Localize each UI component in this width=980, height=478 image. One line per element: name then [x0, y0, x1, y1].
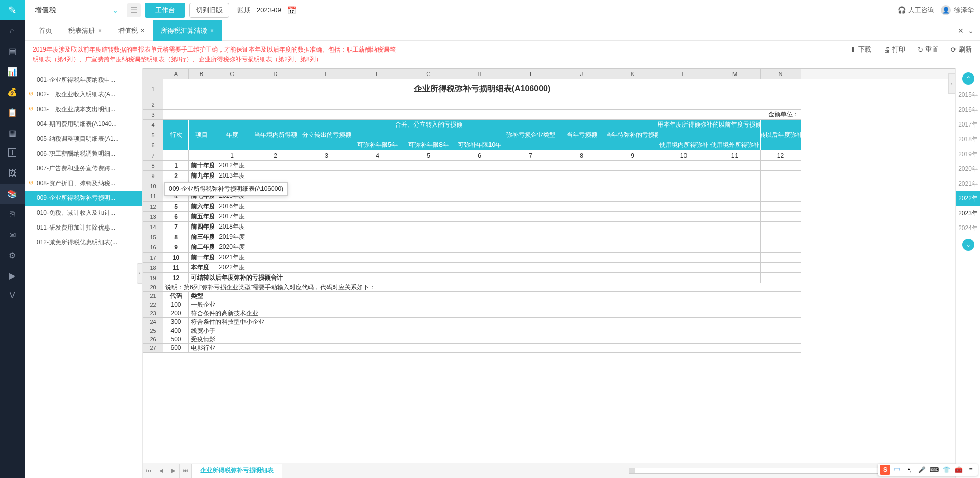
col-header-F[interactable]: F [352, 69, 403, 79]
row-header-13[interactable]: 13 [143, 212, 163, 222]
row-header-27[interactable]: 27 [143, 344, 163, 353]
sheet-tab-active[interactable]: 企业所得税弥补亏损明细表 [192, 464, 282, 478]
ime-skin-icon[interactable]: 👕 [941, 465, 951, 475]
form-item-0[interactable]: 001-企业所得税年度纳税申... [24, 72, 142, 87]
row-header-25[interactable]: 25 [143, 326, 163, 335]
row-header-5[interactable]: 5 [143, 130, 163, 140]
row-header-12[interactable]: 12 [143, 202, 163, 212]
form-item-3[interactable]: 004-期间费用明细表(A1040... [24, 117, 142, 132]
row-header-2[interactable]: 2 [143, 99, 163, 110]
row-header-6[interactable]: 6 [143, 140, 163, 150]
col-header-A[interactable]: A [163, 69, 189, 79]
form-item-9[interactable]: 010-免税、减计收入及加计... [24, 206, 142, 220]
form-item-11[interactable]: 012-减免所得税优惠明细表(... [24, 235, 142, 250]
year-2015年[interactable]: 2015年 [956, 88, 980, 103]
row-header-24[interactable]: 24 [143, 318, 163, 326]
nav-report-icon[interactable]: ▦ [0, 122, 24, 143]
tab-3[interactable]: 所得税汇算清缴× [153, 20, 222, 41]
year-2020年[interactable]: 2020年 [956, 162, 980, 177]
nav-video-icon[interactable]: ▶ [0, 265, 24, 286]
col-header-L[interactable]: L [658, 69, 709, 79]
ime-mic-icon[interactable]: 🎤 [917, 465, 927, 475]
tab-1[interactable]: 税表清册× [60, 20, 110, 41]
ime-toolbox-icon[interactable]: 🧰 [953, 465, 964, 475]
switch-old-button[interactable]: 切到旧版 [189, 3, 229, 18]
nav-chart-icon[interactable]: 📊 [0, 61, 24, 82]
refresh-button[interactable]: ⟳刷新 [951, 45, 972, 54]
tabs-menu-icon[interactable]: ⌄ [968, 27, 974, 35]
ime-lang[interactable]: 中 [892, 465, 902, 475]
row-header-22[interactable]: 22 [143, 300, 163, 309]
form-item-7[interactable]: 008-资产折旧、摊销及纳税... [24, 176, 142, 191]
reset-button[interactable]: ↻重置 [918, 45, 939, 54]
col-header-C[interactable]: C [214, 69, 250, 79]
form-item-6[interactable]: 007-广告费和业务宣传费跨... [24, 161, 142, 176]
year-2021年[interactable]: 2021年 [956, 177, 980, 191]
col-header-G[interactable]: G [403, 69, 454, 79]
year-scroll-up[interactable]: ⌃ [962, 72, 974, 85]
form-item-5[interactable]: 006-职工薪酬纳税调整明细... [24, 146, 142, 161]
row-header-7[interactable]: 7 [143, 150, 163, 161]
ime-keyboard-icon[interactable]: ⌨ [929, 465, 939, 475]
tax-type-dropdown[interactable]: 增值税 ⌄ [31, 6, 122, 15]
spreadsheet[interactable]: ABCDEFGHIJKLMN 1234567891011121314151617… [143, 68, 955, 463]
nav-export-icon[interactable]: ⎘ [0, 204, 24, 224]
print-button[interactable]: 🖨打印 [884, 45, 905, 54]
form-item-4[interactable]: 005-纳税调整项目明细表(A1... [24, 132, 142, 146]
year-2017年[interactable]: 2017年 [956, 117, 980, 132]
app-logo[interactable]: ✎ [0, 0, 24, 20]
calendar-icon[interactable]: 📅 [287, 6, 296, 14]
tab-2[interactable]: 增值税× [110, 20, 153, 41]
row-header-19[interactable]: 19 [143, 273, 163, 283]
row-header-16[interactable]: 16 [143, 242, 163, 253]
col-header-E[interactable]: E [301, 69, 352, 79]
form-item-1[interactable]: 002-一般企业收入明细表(A... [24, 87, 142, 102]
row-header-23[interactable]: 23 [143, 309, 163, 318]
close-all-tabs-icon[interactable]: ✕ [958, 27, 964, 35]
nav-v-icon[interactable]: V [0, 286, 24, 306]
form-item-2[interactable]: 003-一般企业成本支出明细... [24, 102, 142, 117]
row-header-9[interactable]: 9 [143, 171, 163, 181]
row-header-14[interactable]: 14 [143, 222, 163, 232]
nav-image-icon[interactable]: 🖼 [0, 163, 24, 184]
expand-right-handle[interactable]: › [948, 73, 955, 94]
unit-label[interactable]: 金额单位： [163, 110, 801, 120]
download-button[interactable]: ⬇下载 [850, 45, 871, 54]
col-header-D[interactable]: D [250, 69, 301, 79]
ime-menu-icon[interactable]: ≡ [966, 465, 976, 475]
row-header-26[interactable]: 26 [143, 335, 163, 344]
year-2016年[interactable]: 2016年 [956, 103, 980, 117]
row-header-8[interactable]: 8 [143, 161, 163, 171]
col-header-M[interactable]: M [709, 69, 761, 79]
row-header-18[interactable]: 18 [143, 263, 163, 273]
tab-close-icon[interactable]: × [210, 27, 214, 34]
user-menu[interactable]: 👤 徐泽华 [941, 5, 974, 15]
row-header-10[interactable]: 10 [143, 181, 163, 191]
year-2019年[interactable]: 2019年 [956, 147, 980, 162]
nav-doc-icon[interactable]: ▤ [0, 41, 24, 61]
period-value[interactable]: 2023-09 [257, 6, 281, 14]
row-header-4[interactable]: 4 [143, 120, 163, 130]
sheet-title[interactable]: 企业所得税弥补亏损明细表(A106000) [163, 79, 801, 99]
collapse-sidebar-handle[interactable]: ‹ [137, 263, 143, 284]
year-2023年[interactable]: 2023年 [956, 206, 980, 221]
notes-title[interactable]: 说明：第6列"弥补亏损企业类型"需要手动输入对应代码，代码对应关系如下： [163, 283, 801, 292]
nav-mail-icon[interactable]: ✉ [0, 224, 24, 245]
row-header-17[interactable]: 17 [143, 253, 163, 263]
sheet-nav-next[interactable]: ▶ [167, 464, 180, 478]
year-2018年[interactable]: 2018年 [956, 132, 980, 147]
nav-stack-icon[interactable]: 📚 [0, 184, 24, 204]
row-header-20[interactable]: 20 [143, 283, 163, 292]
row-header-3[interactable]: 3 [143, 110, 163, 120]
nav-form-icon[interactable]: 🅃 [0, 143, 24, 163]
sheet-nav-first[interactable]: ⏮ [143, 464, 155, 478]
year-2024年[interactable]: 2024年 [956, 221, 980, 236]
list-toggle-button[interactable]: ☰ [127, 3, 141, 17]
nav-home-icon[interactable]: ⌂ [0, 20, 24, 41]
col-header-I[interactable]: I [505, 69, 556, 79]
col-header-H[interactable]: H [454, 69, 505, 79]
ime-s-icon[interactable]: S [880, 465, 890, 475]
workspace-button[interactable]: 工作台 [145, 3, 185, 18]
nav-clipboard-icon[interactable]: 📋 [0, 102, 24, 122]
row-header-15[interactable]: 15 [143, 232, 163, 242]
